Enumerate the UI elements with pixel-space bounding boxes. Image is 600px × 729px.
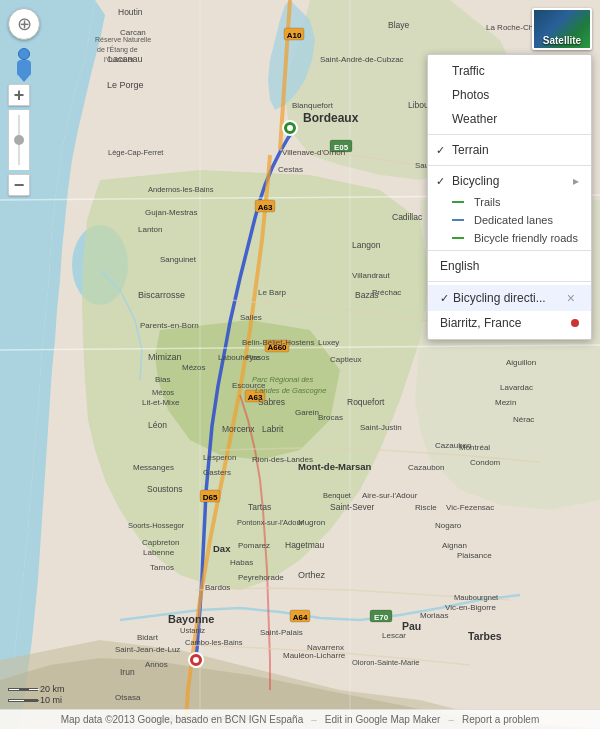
traffic-option[interactable]: Traffic — [428, 59, 591, 83]
trails-label: Trails — [474, 196, 500, 208]
svg-text:Otsasa: Otsasa — [115, 693, 141, 702]
svg-text:Annos: Annos — [145, 660, 168, 669]
biarritz-label: Biarritz, France — [440, 316, 521, 330]
svg-text:Belin-Béliet-Hostens: Belin-Béliet-Hostens — [242, 338, 314, 347]
menu-separator-1 — [428, 134, 591, 135]
menu-separator-3 — [428, 250, 591, 251]
svg-text:Nérac: Nérac — [513, 415, 534, 424]
svg-text:Habas: Habas — [230, 558, 253, 567]
svg-text:Saint-André-de-Cubzac: Saint-André-de-Cubzac — [320, 55, 404, 64]
svg-text:Villandraut: Villandraut — [352, 271, 390, 280]
bottom-bar-separator-1: – — [311, 714, 317, 725]
svg-text:Labouheyre: Labouheyre — [218, 353, 261, 362]
zoom-slider[interactable] — [8, 110, 30, 170]
dedicated-lanes-label: Dedicated lanes — [474, 214, 553, 226]
language-option[interactable]: English — [428, 254, 591, 278]
svg-text:Lescar: Lescar — [382, 631, 406, 640]
svg-text:E70: E70 — [374, 613, 389, 622]
svg-text:Gujan-Mestras: Gujan-Mestras — [145, 208, 197, 217]
svg-text:Peyrehorade: Peyrehorade — [238, 573, 284, 582]
svg-text:Blanquefort: Blanquefort — [292, 101, 334, 110]
svg-text:Oloron-Sainte-Marie: Oloron-Sainte-Marie — [352, 658, 420, 667]
bottom-bar: Map data ©2013 Google, basado en BCN IGN… — [0, 709, 600, 729]
svg-text:l'Ouzouer: l'Ouzouer — [104, 56, 134, 63]
dedicated-lanes-color-icon — [452, 219, 464, 221]
svg-text:Pontonx-sur-l'Adour: Pontonx-sur-l'Adour — [237, 518, 304, 527]
weather-option[interactable]: Weather — [428, 107, 591, 131]
bicycling-arrow-icon: ▸ — [573, 174, 579, 188]
svg-text:Sabres: Sabres — [258, 397, 285, 407]
svg-text:Cambo-les-Bains: Cambo-les-Bains — [185, 638, 243, 647]
compass-icon: ⊕ — [17, 13, 32, 35]
english-label: English — [440, 259, 479, 273]
svg-text:A10: A10 — [287, 31, 302, 40]
scale-mi-label: 10 mi — [40, 695, 62, 705]
svg-text:Aire-sur-l'Adour: Aire-sur-l'Adour — [362, 491, 418, 500]
bicycle-friendly-sub-option[interactable]: Bicycle friendly roads — [428, 229, 591, 247]
svg-text:Condom: Condom — [470, 458, 501, 467]
svg-text:de l'Étang de: de l'Étang de — [97, 45, 138, 54]
pegman-icon[interactable] — [13, 48, 35, 78]
bicycling-directions-option[interactable]: ✓ Bicycling directi... × — [428, 285, 591, 311]
svg-text:Aiguillon: Aiguillon — [506, 358, 536, 367]
svg-text:Aignan: Aignan — [442, 541, 467, 550]
svg-text:Capbreton: Capbreton — [142, 538, 179, 547]
svg-text:Irun: Irun — [120, 667, 135, 677]
zoom-in-button[interactable]: + — [8, 84, 30, 106]
satellite-button[interactable]: Satellite — [532, 8, 592, 50]
svg-text:Plaisance: Plaisance — [457, 551, 492, 560]
svg-text:Mimizan: Mimizan — [148, 352, 182, 362]
svg-text:Ustaniz: Ustaniz — [180, 626, 205, 635]
svg-text:Riscle: Riscle — [415, 503, 437, 512]
svg-text:Le Porge: Le Porge — [107, 80, 144, 90]
trails-color-icon — [452, 201, 464, 203]
svg-text:Parc Régional des: Parc Régional des — [252, 375, 314, 384]
svg-text:Lit-et-Mixe: Lit-et-Mixe — [142, 398, 180, 407]
terrain-option[interactable]: Terrain — [428, 138, 591, 162]
svg-text:Cazaubon: Cazaubon — [408, 463, 444, 472]
svg-text:Garein: Garein — [295, 408, 319, 417]
svg-text:Bias: Bias — [155, 375, 171, 384]
svg-text:Sanguinet: Sanguinet — [160, 255, 197, 264]
svg-text:A64: A64 — [293, 613, 308, 622]
svg-text:Messanges: Messanges — [133, 463, 174, 472]
map-container: A10 A63 A63 A660 D65 A64 E05 E70 A09 — [0, 0, 600, 729]
biarritz-option[interactable]: Biarritz, France — [428, 311, 591, 335]
svg-text:Tarnos: Tarnos — [150, 563, 174, 572]
svg-text:Nogaro: Nogaro — [435, 521, 462, 530]
scale-bar: 20 km 10 mi — [8, 684, 65, 705]
map-controls: ⊕ + − — [8, 8, 40, 196]
edit-map-maker-link[interactable]: Edit in Google Map Maker — [325, 714, 441, 725]
svg-text:Bidart: Bidart — [137, 633, 159, 642]
bicycle-friendly-color-icon — [452, 237, 464, 239]
svg-text:Soorts-Hossegor: Soorts-Hossegor — [128, 521, 185, 530]
svg-text:Léon: Léon — [148, 420, 167, 430]
svg-text:Lège-Cap-Ferret: Lège-Cap-Ferret — [108, 148, 164, 157]
svg-text:Morcenx: Morcenx — [222, 424, 255, 434]
map-data-label: Map data ©2013 Google, basado en BCN IGN… — [61, 714, 304, 725]
terrain-label: Terrain — [452, 143, 489, 157]
svg-point-5 — [193, 657, 199, 663]
close-icon[interactable]: × — [563, 290, 579, 306]
compass-button[interactable]: ⊕ — [8, 8, 40, 40]
bicycling-option[interactable]: Bicycling ▸ — [428, 169, 591, 193]
svg-text:Lesperon: Lesperon — [203, 453, 236, 462]
svg-text:Cadillac: Cadillac — [392, 212, 423, 222]
photos-option[interactable]: Photos — [428, 83, 591, 107]
svg-text:Landes de Gascogne: Landes de Gascogne — [255, 386, 326, 395]
svg-text:Le Barp: Le Barp — [258, 288, 287, 297]
report-problem-link[interactable]: Report a problem — [462, 714, 539, 725]
svg-text:Mézos: Mézos — [152, 388, 174, 397]
svg-point-3 — [287, 125, 293, 131]
zoom-out-button[interactable]: − — [8, 174, 30, 196]
svg-text:Mauléon-Licharre: Mauléon-Licharre — [283, 651, 346, 660]
svg-text:Tartas: Tartas — [248, 502, 271, 512]
dedicated-lanes-sub-option[interactable]: Dedicated lanes — [428, 211, 591, 229]
svg-text:Labenne: Labenne — [143, 548, 175, 557]
scale-km-label: 20 km — [40, 684, 65, 694]
trails-sub-option[interactable]: Trails — [428, 193, 591, 211]
svg-text:Préchac: Préchac — [372, 288, 401, 297]
svg-text:Pomarez: Pomarez — [238, 541, 270, 550]
svg-text:Roquefort: Roquefort — [347, 397, 385, 407]
svg-text:Carcan: Carcan — [120, 28, 146, 37]
